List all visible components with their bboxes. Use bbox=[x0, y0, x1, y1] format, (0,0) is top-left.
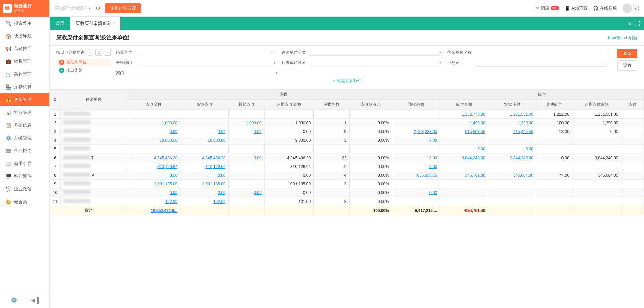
table-cell[interactable]: 0.00 bbox=[180, 171, 228, 180]
table-cell[interactable]: 0.00 bbox=[228, 153, 264, 162]
table-cell[interactable]: 152.00 bbox=[127, 197, 180, 206]
table-cell[interactable]: 0.00 bbox=[392, 188, 440, 197]
table-cell[interactable]: 3,044,240.00 bbox=[440, 153, 488, 162]
breadcrumb: 应收应付余额查询 ▾ bbox=[55, 5, 91, 11]
tab-close-window-icon[interactable]: ✕ bbox=[628, 20, 632, 27]
company-name-input[interactable] bbox=[474, 49, 608, 56]
sidebar-item-inventory[interactable]: 🏪 库存核算 bbox=[0, 81, 49, 93]
company-cell bbox=[61, 180, 127, 188]
settings-gear-icon[interactable]: ⚙ bbox=[93, 4, 103, 13]
table-cell[interactable]: 0.00 bbox=[392, 136, 440, 145]
sidebar-item-hardware[interactable]: 🖥️ 智能硬件 bbox=[0, 170, 49, 183]
table-cell[interactable]: 4,345,436.20 bbox=[180, 153, 228, 162]
export-button[interactable]: ⬆ 导出 bbox=[607, 35, 621, 41]
settings-button[interactable]: 设置 bbox=[617, 60, 637, 71]
sidebar-item-label: 智能硬件 bbox=[14, 173, 32, 179]
sidebar-item-system[interactable]: ⚙️ 系统管理 bbox=[0, 132, 49, 144]
sidebar-item-marketing[interactable]: 📢 营销推广 bbox=[0, 42, 49, 55]
sidebar-item-label: 快捷导航 bbox=[14, 33, 32, 39]
tab-expand-icon[interactable]: ⛶ bbox=[635, 20, 640, 27]
table-cell[interactable]: 1,000.00 bbox=[228, 119, 264, 127]
sidebar-item-finance[interactable]: 💰 资金管理 bbox=[0, 93, 49, 106]
table-cell[interactable]: 0.00 bbox=[228, 127, 264, 136]
sidebar-item-member[interactable]: 👑 畅会员 bbox=[0, 195, 49, 208]
table-cell[interactable]: 915,495.56 bbox=[488, 127, 536, 136]
table-cell[interactable]: 0.00 bbox=[228, 188, 264, 197]
table-cell[interactable]: 1,000.00 bbox=[127, 119, 180, 127]
collapse-conditions-button[interactable]: ∧ 收起更多条件 bbox=[56, 76, 637, 86]
sidebar-item-enterprise[interactable]: 🏢 企业协同 bbox=[0, 144, 49, 157]
table-cell[interactable]: 655,636.75 bbox=[392, 171, 440, 180]
table-cell[interactable]: 3,044,240.00 bbox=[488, 153, 536, 162]
th-settings[interactable]: ⚙ bbox=[50, 90, 61, 110]
settlement-dots[interactable]: ··· bbox=[271, 50, 275, 55]
table-cell[interactable]: 0.00 bbox=[127, 127, 180, 136]
table-header-group-row: ⚙ 往来单位 应收 应付 bbox=[50, 90, 644, 100]
refresh-icon: ↺ bbox=[624, 35, 627, 40]
table-cell[interactable]: 345,684.00 bbox=[488, 171, 536, 180]
sidebar-item-operations[interactable]: 📊 经营管理 bbox=[0, 106, 49, 119]
tab-home[interactable]: 首页 bbox=[50, 17, 70, 30]
category-chevron-icon[interactable]: ▾ bbox=[439, 51, 441, 54]
sidebar-item-guide[interactable]: 📖 新手引导 bbox=[0, 157, 49, 170]
total-ar-amount[interactable]: 19,553,472,6... bbox=[127, 206, 180, 215]
table-cell[interactable]: 915,508.56 bbox=[440, 127, 488, 136]
table-cell[interactable]: 0.00 bbox=[488, 145, 536, 153]
table-cell[interactable]: 1,251,551.00 bbox=[488, 110, 536, 119]
sidebar-item-purchase[interactable]: 🛒 采购管理 bbox=[0, 68, 49, 81]
filter-option-by-salesman[interactable]: 人 按业务员 bbox=[56, 66, 111, 74]
sidebar-item-label: 基础信息 bbox=[14, 122, 32, 128]
table-cell[interactable]: 810,126.64 bbox=[127, 162, 180, 171]
filter-add-button[interactable]: + bbox=[87, 49, 93, 56]
collapse-sidebar-icon[interactable]: ◀▐ bbox=[31, 297, 39, 303]
table-cell[interactable]: 1,001,135.00 bbox=[180, 180, 228, 188]
table-cell bbox=[228, 171, 264, 180]
table-cell[interactable]: 0.00 bbox=[392, 162, 440, 171]
tab-active[interactable]: 应收应付余额查询 × bbox=[70, 17, 120, 30]
sidebar-item-search[interactable]: 🔍 搜索菜单 bbox=[0, 17, 49, 30]
table-cell[interactable]: 18,000.00 bbox=[127, 136, 180, 145]
subdept-chevron-icon[interactable]: ▾ bbox=[276, 71, 277, 75]
sidebar-item-wechat[interactable]: 💬 企业微信 bbox=[0, 183, 49, 195]
user-menu[interactable]: Rit bbox=[623, 4, 639, 13]
filter-collapse-btn[interactable]: « bbox=[104, 49, 111, 56]
table-cell[interactable]: 1,252,773.00 bbox=[440, 110, 488, 119]
dept-chevron-icon[interactable]: ▾ bbox=[274, 61, 275, 65]
nature-chevron-icon[interactable]: ▾ bbox=[439, 61, 441, 65]
sidebar-item-basic-info[interactable]: 📋 基础信息 bbox=[0, 119, 49, 132]
table-row: 6 74,345,436.204,345,436.200.004,345,436… bbox=[50, 153, 644, 162]
promo-button[interactable]: 体验行业方案 bbox=[105, 3, 141, 13]
online-service-button[interactable]: 🎧 在线客服 bbox=[593, 5, 617, 11]
table-cell[interactable]: 0.00 bbox=[440, 145, 488, 153]
table-cell[interactable]: 18,000.00 bbox=[180, 136, 228, 145]
query-button[interactable]: 查询 bbox=[617, 49, 637, 58]
table-cell[interactable]: 1,490.00 bbox=[440, 119, 488, 127]
table-cell bbox=[621, 127, 644, 136]
messages-button[interactable]: ✉ 消息 99+ bbox=[536, 5, 559, 11]
refresh-button[interactable]: ↺ 刷新 bbox=[624, 35, 637, 41]
table-cell[interactable]: 4,345,436.20 bbox=[127, 153, 180, 162]
table-cell[interactable]: 0.00 bbox=[180, 188, 228, 197]
tab-close-icon[interactable]: × bbox=[113, 21, 115, 26]
sidebar-item-quick-nav[interactable]: 🏠 快捷导航 bbox=[0, 30, 49, 42]
table-cell[interactable]: 0.00 bbox=[127, 171, 180, 180]
app-download-button[interactable]: 📱 App下载 bbox=[565, 5, 588, 11]
table-cell: 100.00 bbox=[536, 119, 572, 127]
table-cell[interactable]: 0.00 bbox=[127, 188, 180, 197]
sidebar-item-sales[interactable]: 💼 销售管理 bbox=[0, 55, 49, 68]
filter-scheme-button[interactable]: ⊙ bbox=[95, 49, 102, 56]
table-cell[interactable]: 0.00 bbox=[180, 127, 228, 136]
filter-option-by-company[interactable]: 财 按往来单位 bbox=[56, 58, 111, 66]
table-cell: 810,126.64 bbox=[264, 162, 314, 171]
table-cell[interactable]: 0.00 bbox=[392, 153, 440, 162]
table-cell[interactable]: 345,761.00 bbox=[440, 171, 488, 180]
salesman-dots[interactable]: ··· bbox=[602, 60, 607, 65]
settings-bottom-icon[interactable]: ⚙️ bbox=[11, 297, 17, 303]
table-cell[interactable]: 152.00 bbox=[180, 197, 228, 206]
table-cell[interactable]: 810,126.64 bbox=[180, 162, 228, 171]
table-cell[interactable]: 2,153,333.00 bbox=[392, 127, 440, 136]
table-cell[interactable]: 1,001,135.00 bbox=[127, 180, 180, 188]
table-cell bbox=[264, 145, 314, 153]
table-cell[interactable]: 1,390.00 bbox=[488, 119, 536, 127]
company-name-label: 往来单位名称 bbox=[447, 50, 472, 55]
